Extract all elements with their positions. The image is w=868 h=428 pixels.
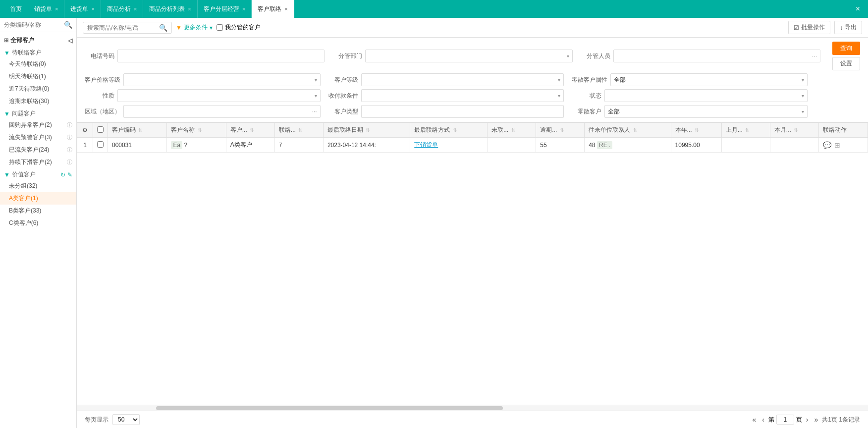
row-no-contact — [488, 138, 536, 153]
nav-tab-customer-contact[interactable]: 客户联络 × — [252, 0, 294, 18]
sidebar-search-icon[interactable]: 🔍 — [64, 21, 72, 29]
col-this-month[interactable]: 本月... ⇅ — [770, 123, 818, 138]
sidebar-item-b-class[interactable]: B类客户(33) — [0, 205, 76, 217]
nav-tab-customer-segment[interactable]: 客户分层经营 × — [198, 0, 252, 18]
col-overdue[interactable]: 逾期... ⇅ — [536, 123, 585, 138]
col-this-year[interactable]: 本年... ⇅ — [671, 123, 721, 138]
close-product-analysis-icon[interactable]: × — [134, 6, 137, 12]
payment-select[interactable]: ▾ — [361, 89, 564, 102]
nav-home[interactable]: 首页 — [4, 0, 28, 18]
sidebar-item-overdue-contact[interactable]: 逾期未联络(30) — [0, 95, 76, 107]
sidebar-search-input[interactable] — [4, 21, 64, 28]
retail-attr-label: 零散客户属性 — [572, 76, 607, 84]
last-method-link[interactable]: 下销货单 — [414, 141, 438, 148]
region-select[interactable]: ··· — [123, 105, 321, 118]
qrcode-icon[interactable]: ⊞ — [834, 141, 840, 149]
prev-page-button[interactable]: ‹ — [760, 415, 766, 425]
data-table-container: ⚙ 客户编码 ⇅ 客户名称 ⇅ 客户... — [77, 122, 868, 405]
my-customers-checkbox[interactable] — [217, 24, 223, 31]
customer-grade-select[interactable]: ▾ — [361, 73, 564, 86]
close-salesorder-icon[interactable]: × — [55, 6, 58, 12]
main-layout: 🔍 ⊞ 全部客户 ◁ ▼ 待联络客户 今天待联络(0) 明天待联络(1) 近7天… — [0, 18, 868, 428]
next-page-button[interactable]: › — [804, 415, 811, 425]
pagination-controls: « ‹ 第 页 › » 共1页 1条记录 — [750, 415, 860, 425]
arrow-pending-icon: ▼ — [4, 50, 10, 56]
filter-nature: 性质 ▾ — [85, 89, 328, 102]
batch-op-button[interactable]: ☑ 批量操作 — [788, 21, 830, 34]
manager-dots[interactable]: ··· — [812, 53, 817, 59]
col-customer-cat[interactable]: 客户... ⇅ — [226, 123, 274, 138]
page-total-label: 共1页 1条记录 — [822, 416, 860, 424]
settings-button[interactable]: 设置 — [832, 57, 860, 70]
nav-tab-salesorder[interactable]: 销货单 × — [28, 0, 64, 18]
close-purchase-icon[interactable]: × — [91, 6, 94, 12]
sidebar-item-churn-warning[interactable]: 流失预警客户(3) ⓘ — [0, 131, 76, 144]
select-all-checkbox[interactable] — [97, 126, 104, 133]
filter-search-icon[interactable]: 🔍 — [159, 24, 167, 32]
col-action: 联络动作 — [818, 123, 868, 138]
row-name: Ea ? — [167, 138, 226, 153]
my-customers-checkbox-label[interactable]: 我分管的客户 — [217, 23, 261, 32]
filter-payment: 收付款条件 ▾ — [328, 89, 572, 102]
edit-icon[interactable]: ✎ — [67, 171, 72, 178]
sidebar-item-tomorrow-contact[interactable]: 明天待联络(1) — [0, 70, 76, 83]
info-icon-2: ⓘ — [67, 146, 72, 154]
col-last-contact-date[interactable]: 最后联络日期 ⇅ — [323, 123, 410, 138]
export-button[interactable]: ↓ 导出 — [834, 21, 862, 34]
filter-search-input[interactable] — [87, 24, 159, 31]
nav-tab-product-analysis-list[interactable]: 商品分析列表 × — [143, 0, 197, 18]
dept-select[interactable]: ▾ — [365, 50, 572, 62]
col-no-contact[interactable]: 未联... ⇅ — [488, 123, 536, 138]
message-icon[interactable]: 💬 — [823, 141, 831, 149]
nature-select[interactable]: ▾ — [117, 89, 321, 102]
nav-tab-purchase[interactable]: 进货单 × — [64, 0, 101, 18]
filter-more-conditions[interactable]: ▼ 更多条件 ▾ — [176, 23, 213, 32]
col-contact-count[interactable]: 联络... ⇅ — [274, 123, 323, 138]
page-size-select[interactable]: 50 100 200 — [112, 414, 140, 425]
page-label-pre: 第 — [768, 416, 774, 424]
sidebar-item-declining[interactable]: 持续下滑客户(2) ⓘ — [0, 156, 76, 168]
customer-type-input[interactable] — [361, 105, 564, 118]
sidebar-collapse-icon[interactable]: ◁ — [68, 37, 72, 44]
retail-attr-select[interactable]: 全部 ▾ — [610, 73, 808, 86]
col-customer-code[interactable]: 客户编码 ⇅ — [108, 123, 167, 138]
h-scrollbar-thumb[interactable] — [156, 406, 503, 410]
sidebar-item-a-class[interactable]: A类客户(1) — [0, 192, 76, 205]
close-product-analysis-list-icon[interactable]: × — [188, 6, 191, 12]
price-grade-select[interactable]: ▾ — [123, 73, 321, 86]
col-last-contact-method[interactable]: 最后联络方式 ⇅ — [410, 123, 488, 138]
phone-input[interactable] — [117, 50, 325, 62]
region-dots[interactable]: ··· — [312, 108, 317, 115]
row-checkbox[interactable] — [97, 141, 104, 148]
region-label: 区域（地区） — [85, 107, 120, 116]
status-select[interactable]: ▾ — [604, 89, 808, 102]
nav-tab-product-analysis[interactable]: 商品分析 × — [101, 0, 143, 18]
sidebar-item-today-contact[interactable]: 今天待联络(0) — [0, 58, 76, 70]
refresh-icon[interactable]: ↻ — [60, 171, 65, 178]
sidebar-item-repurchase-abnormal[interactable]: 回购异常客户(2) ⓘ — [0, 119, 76, 131]
export-icon: ↓ — [840, 24, 843, 31]
retail-customer-select[interactable]: 全部 ▾ — [604, 105, 808, 118]
sidebar-item-7day-contact[interactable]: 近7天待联络(0) — [0, 83, 76, 95]
last-page-button[interactable]: » — [813, 415, 820, 425]
sidebar-item-c-class[interactable]: C类客户(6) — [0, 217, 76, 229]
filter-status: 状态 ▾ — [572, 89, 815, 102]
window-close-button[interactable]: × — [852, 4, 864, 13]
page-number-input[interactable] — [776, 415, 794, 425]
close-customer-segment-icon[interactable]: × — [242, 6, 245, 12]
group-pending-contact[interactable]: ▼ 待联络客户 — [0, 47, 76, 58]
close-customer-contact-icon[interactable]: × — [284, 6, 287, 12]
sidebar-item-ungroup[interactable]: 未分组(32) — [0, 180, 76, 192]
group-problem-customer[interactable]: ▼ 问题客户 — [0, 107, 76, 119]
manager-select[interactable]: ··· — [613, 50, 820, 62]
col-last-month[interactable]: 上月... ⇅ — [721, 123, 770, 138]
first-page-button[interactable]: « — [750, 415, 758, 425]
query-button[interactable]: 查询 — [832, 42, 860, 55]
payment-arrow: ▾ — [558, 93, 560, 99]
col-settings[interactable]: ⚙ — [77, 123, 93, 138]
name-suffix: ? — [184, 142, 187, 149]
retail-attr-arrow: ▾ — [802, 77, 804, 83]
col-contact-person[interactable]: 往来单位联系人 ⇅ — [585, 123, 671, 138]
col-customer-name[interactable]: 客户名称 ⇅ — [167, 123, 226, 138]
sidebar-item-churned[interactable]: 已流失客户(24) ⓘ — [0, 144, 76, 156]
